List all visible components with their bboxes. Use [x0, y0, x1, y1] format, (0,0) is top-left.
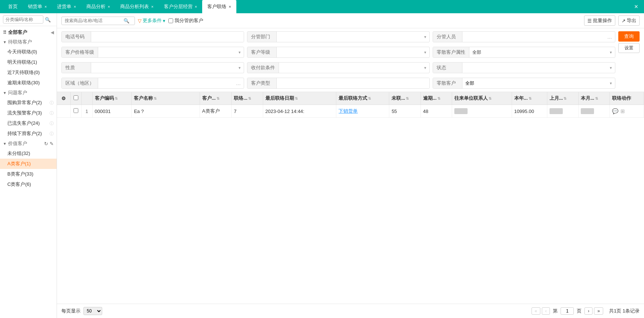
contact-column-header: 联络... ⇅: [232, 92, 263, 105]
sort-icon[interactable]: ⇅: [217, 96, 219, 100]
info-icon: ⓘ: [50, 131, 54, 137]
my-customer-checkbox[interactable]: [168, 18, 173, 23]
sidebar-item-c-class[interactable]: C类客户(6): [0, 179, 57, 190]
close-all-button[interactable]: ×: [631, 3, 641, 11]
sort-icon[interactable]: ⇅: [437, 96, 440, 100]
setting-button[interactable]: 设置: [618, 43, 640, 53]
sidebar-item-overdue-contact[interactable]: 逾期未联络(30): [0, 78, 57, 88]
refresh-icon[interactable]: ↻: [44, 141, 48, 146]
last-method-link[interactable]: 下销货单: [339, 108, 358, 114]
sort-icon[interactable]: ⇅: [295, 96, 298, 100]
nav-tab-analysis-list[interactable]: 商品分析列表 ×: [115, 0, 158, 13]
gear-icon[interactable]: ⚙: [61, 96, 66, 101]
nav-tab-purchaseorder[interactable]: 进货单 ×: [52, 0, 81, 13]
sidebar-section-value[interactable]: ▼ 价值客户 ↻ ✎: [0, 139, 57, 148]
first-page-button[interactable]: «: [532, 307, 541, 315]
sidebar-item-b-class[interactable]: B类客户(33): [0, 169, 57, 179]
page-size-select[interactable]: 20 50 100: [83, 307, 102, 315]
sidebar-item-ungroped[interactable]: 未分组(32): [0, 148, 57, 159]
nav-tab-analysis[interactable]: 商品分析 ×: [81, 0, 115, 13]
retail-attr-input[interactable]: [469, 47, 607, 57]
sidebar-item-7days[interactable]: 近7天待联络(0): [0, 67, 57, 78]
batch-operation-button[interactable]: ☰ 批量操作: [584, 15, 615, 26]
region-input[interactable]: [98, 78, 233, 88]
unit-contact-block: [454, 108, 468, 114]
filter-my-customer[interactable]: 我分管的客户: [168, 17, 203, 24]
sort-icon[interactable]: ⇅: [489, 96, 491, 100]
filter-search-icon[interactable]: 🔍: [124, 18, 129, 24]
dept-input[interactable]: [277, 32, 421, 42]
price-level-label: 客户价格等级: [62, 47, 98, 57]
sort-icon[interactable]: ⇅: [368, 96, 371, 100]
message-icon[interactable]: 💬: [612, 108, 618, 114]
sidebar-item-churn-warning[interactable]: 流失预警客户(3) ⓘ: [0, 108, 57, 118]
close-icon[interactable]: ×: [44, 4, 47, 9]
close-icon[interactable]: ×: [151, 4, 153, 9]
sort-icon[interactable]: ⇅: [529, 96, 532, 100]
payment-arrow-icon[interactable]: ▾: [421, 66, 429, 70]
price-level-arrow-icon[interactable]: ▾: [236, 50, 244, 55]
row-checkbox[interactable]: [74, 108, 78, 113]
region-dots-icon[interactable]: …: [233, 81, 244, 86]
sort-icon[interactable]: ⇅: [595, 96, 598, 100]
sidebar-item-churned[interactable]: 已流失客户(24) ⓘ: [0, 118, 57, 128]
retail-customer-input[interactable]: [462, 78, 607, 88]
status-input[interactable]: [462, 63, 607, 73]
filter-row-1: 电话号码 分管部门 ▾: [61, 31, 615, 42]
sort-icon[interactable]: ⇅: [406, 96, 409, 100]
dept-arrow-icon[interactable]: ▾: [421, 35, 429, 39]
select-all-checkbox[interactable]: [74, 95, 78, 100]
top-nav: 首页 销货单 × 进货单 × 商品分析 × 商品分析列表 × 客户分层经营 × …: [0, 0, 644, 13]
sidebar-item-today[interactable]: 今天待联络(0): [0, 47, 57, 57]
sidebar-item-a-class[interactable]: A类客户(1): [0, 159, 57, 169]
filter-actions: 查询 设置: [618, 31, 640, 53]
close-icon[interactable]: ×: [108, 4, 110, 9]
sidebar-item-declining[interactable]: 持续下滑客户(2) ⓘ: [0, 128, 57, 139]
page-input[interactable]: [561, 307, 574, 315]
close-icon[interactable]: ×: [229, 4, 231, 9]
status-arrow-icon[interactable]: ▾: [607, 66, 615, 70]
sort-icon[interactable]: ⇅: [154, 96, 157, 100]
retail-customer-arrow-icon[interactable]: ▾: [607, 81, 615, 86]
close-icon[interactable]: ×: [195, 4, 197, 9]
sort-icon[interactable]: ⇅: [248, 96, 251, 100]
customer-level-input[interactable]: [277, 47, 421, 57]
customer-level-arrow-icon[interactable]: ▾: [421, 50, 429, 55]
sidebar-item-hoarding[interactable]: 囤购异常客户(2) ⓘ: [0, 98, 57, 108]
export-button[interactable]: ↗ 导出: [618, 15, 640, 26]
filter-more-button[interactable]: ▽ 更多条件 ▾: [138, 17, 165, 24]
sidebar-search-icon[interactable]: 🔍: [45, 17, 51, 22]
nature-input[interactable]: [91, 63, 236, 73]
sort-icon[interactable]: ⇅: [564, 96, 566, 100]
filter-retail-attr: 零散客户属性 ▾: [433, 47, 615, 58]
filter-search-input[interactable]: [65, 18, 124, 23]
sidebar-section-pending[interactable]: ▼ 待联络客户: [0, 37, 57, 47]
payment-input[interactable]: [279, 63, 421, 73]
sidebar-item-tomorrow[interactable]: 明天待联络(1): [0, 57, 57, 67]
home-label: 首页: [8, 3, 18, 10]
nav-home[interactable]: 首页: [3, 0, 23, 13]
sort-icon[interactable]: ⇅: [115, 96, 118, 100]
qr-icon[interactable]: ⊞: [620, 108, 625, 114]
nav-tab-salesorder[interactable]: 销货单 ×: [23, 0, 52, 13]
price-level-input[interactable]: [98, 47, 236, 57]
sidebar-section-problem[interactable]: ▼ 问题客户: [0, 88, 57, 98]
nature-arrow-icon[interactable]: ▾: [236, 66, 244, 70]
sidebar-collapse-icon[interactable]: ◀: [51, 30, 54, 35]
prev-page-button[interactable]: ‹: [542, 307, 550, 315]
close-icon[interactable]: ×: [74, 4, 76, 9]
retail-attr-arrow-icon[interactable]: ▾: [607, 50, 615, 55]
next-page-button[interactable]: ›: [584, 307, 593, 315]
customer-type-input[interactable]: [277, 78, 429, 88]
manager-input[interactable]: [462, 32, 604, 42]
query-button[interactable]: 查询: [618, 31, 640, 42]
edit-icon[interactable]: ✎: [50, 141, 54, 146]
manager-dots-icon[interactable]: …: [604, 34, 615, 40]
last-page-button[interactable]: »: [594, 307, 603, 315]
sidebar-search-input[interactable]: [3, 15, 43, 24]
nav-tab-customer-contact[interactable]: 客户联络 ×: [202, 0, 236, 13]
row-gear-cell: [57, 105, 70, 118]
filter-customer-type: 客户类型: [247, 78, 430, 89]
phone-input[interactable]: [91, 32, 244, 42]
nav-tab-customer-tier[interactable]: 客户分层经营 ×: [159, 0, 202, 13]
